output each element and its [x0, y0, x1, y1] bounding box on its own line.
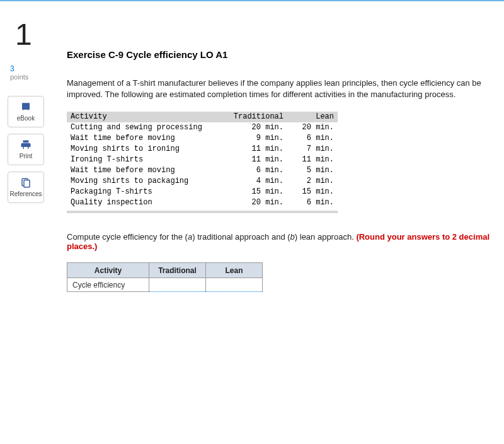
cell-lean: 20 min. — [287, 122, 338, 133]
data-table-header-row: Activity Traditional Lean — [67, 112, 338, 122]
header-activity: Activity — [67, 112, 230, 122]
left-sidebar: 1 3 points eBook Print References — [6, 14, 50, 292]
cell-traditional: 11 min. — [230, 155, 287, 165]
table-row: Cutting and sewing processing20 min.20 m… — [67, 122, 338, 133]
references-button[interactable]: References — [8, 172, 44, 203]
main-container: 1 3 points eBook Print References Exerci… — [0, 1, 504, 298]
cell-traditional: 4 min. — [230, 176, 287, 187]
header-traditional: Traditional — [230, 112, 287, 122]
cell-activity: Cutting and sewing processing — [67, 122, 230, 133]
references-label: References — [9, 190, 42, 197]
answer-row: Cycle efficiency — [67, 278, 263, 292]
table-row: Wait time before moving9 min.6 min. — [67, 133, 338, 144]
cell-lean: 6 min. — [287, 133, 338, 144]
traditional-input-cell[interactable] — [149, 278, 206, 292]
content-column: Exercise C-9 Cycle efficiency LO A1 Mana… — [50, 14, 498, 292]
cell-traditional: 9 min. — [230, 133, 287, 144]
exercise-title: Exercise C-9 Cycle efficiency LO A1 — [67, 49, 498, 60]
cell-activity: Wait time before moving — [67, 133, 230, 144]
header-lean: Lean — [287, 112, 338, 122]
answer-header-activity: Activity — [67, 263, 149, 278]
svg-rect-1 — [24, 180, 30, 187]
cell-traditional: 11 min. — [230, 144, 287, 155]
table-row: Quality inspection20 min.6 min. — [67, 197, 338, 208]
compute-instruction: Compute cycle efficiency for the (a) tra… — [67, 232, 498, 251]
cell-activity: Packaging T-shirts — [67, 187, 230, 197]
ebook-button[interactable]: eBook — [8, 96, 44, 127]
answer-row-label: Cycle efficiency — [67, 278, 149, 292]
table-row: Ironing T-shirts11 min.11 min. — [67, 155, 338, 165]
points-label: points — [10, 73, 50, 81]
activity-data-table: Activity Traditional Lean Cutting and se… — [67, 112, 338, 208]
sidebar-tools: eBook Print References — [6, 96, 50, 209]
ebook-label: eBook — [17, 115, 35, 122]
points-block: 3 points — [6, 64, 50, 96]
print-button[interactable]: Print — [8, 134, 44, 165]
print-label: Print — [20, 153, 33, 160]
question-number: 1 — [6, 14, 50, 64]
references-icon — [20, 177, 32, 189]
answer-table: Activity Traditional Lean Cycle efficien… — [67, 262, 263, 292]
cell-traditional: 6 min. — [230, 165, 287, 176]
instr-b: b — [290, 232, 295, 242]
instr-mid: ) traditional approach and ( — [192, 232, 290, 242]
points-value: 3 — [10, 64, 50, 73]
cell-lean: 6 min. — [287, 197, 338, 208]
table-bottom-divider — [67, 211, 338, 213]
printer-icon — [20, 139, 32, 151]
book-icon — [20, 102, 32, 113]
cell-traditional: 20 min. — [230, 197, 287, 208]
table-row: Packaging T-shirts15 min.15 min. — [67, 187, 338, 197]
cell-activity: Ironing T-shirts — [67, 155, 230, 165]
table-row: Moving shirts to ironing11 min.7 min. — [67, 144, 338, 155]
cell-lean: 11 min. — [287, 155, 338, 165]
cell-activity: Moving shirts to packaging — [67, 176, 230, 187]
cell-activity: Wait time before moving — [67, 165, 230, 176]
table-row: Moving shirts to packaging4 min.2 min. — [67, 176, 338, 187]
cell-lean: 2 min. — [287, 176, 338, 187]
lean-input-cell[interactable] — [206, 278, 263, 292]
intro-paragraph: Management of a T-shirt manufacturer bel… — [67, 78, 498, 100]
cell-lean: 5 min. — [287, 165, 338, 176]
cell-lean: 15 min. — [287, 187, 338, 197]
instr-post: ) lean approach. — [295, 232, 357, 242]
answer-header-row: Activity Traditional Lean — [67, 263, 263, 278]
cell-traditional: 20 min. — [230, 122, 287, 133]
answer-header-traditional: Traditional — [149, 263, 206, 278]
cell-traditional: 15 min. — [230, 187, 287, 197]
cell-activity: Quality inspection — [67, 197, 230, 208]
cell-lean: 7 min. — [287, 144, 338, 155]
cell-activity: Moving shirts to ironing — [67, 144, 230, 155]
table-row: Wait time before moving6 min.5 min. — [67, 165, 338, 176]
answer-header-lean: Lean — [206, 263, 263, 278]
instr-pre: Compute cycle efficiency for the ( — [67, 232, 188, 242]
